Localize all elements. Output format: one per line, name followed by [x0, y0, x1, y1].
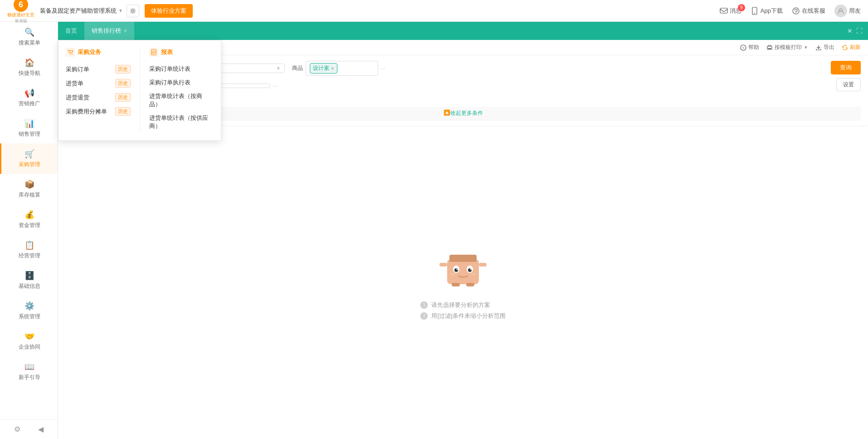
service-icon — [792, 7, 800, 15]
sidebar-item-capital[interactable]: 💰 资金管理 — [0, 204, 58, 235]
purchase-icon: 🛒 — [24, 149, 34, 159]
sidebar-label-quick: 快捷导航 — [19, 69, 40, 77]
svg-rect-10 — [768, 48, 771, 49]
tab-home-label: 首页 — [65, 27, 77, 35]
enterprise-icon: 🤝 — [24, 331, 34, 341]
collapse-text: 收起更多条件 — [450, 109, 483, 117]
sidebar-label-system: 系统管理 — [19, 313, 40, 321]
sidebar-footer: ⚙ ◀ — [0, 419, 58, 439]
dropdown-item-r0: 采购订单统计表 — [149, 65, 190, 73]
marketing-icon: 📢 — [24, 88, 34, 98]
dropdown-col2-title: 报表 — [149, 48, 214, 57]
sidebar-item-newbie[interactable]: 📖 新手引导 — [0, 356, 58, 387]
settings-icon-btn[interactable] — [127, 5, 139, 17]
sidebar-item-basic[interactable]: 🗄️ 基础信息 — [0, 265, 58, 296]
app-download-btn[interactable]: App下载 — [751, 7, 783, 15]
report-icon — [151, 49, 157, 55]
sidebar-label-marketing: 营销推广 — [19, 100, 40, 108]
goods-tag-close[interactable]: × — [331, 65, 334, 72]
refresh-btn[interactable]: 刷新 — [842, 44, 861, 51]
sidebar-item-sales[interactable]: 📊 销售管理 — [0, 113, 58, 143]
sidebar-label-operation: 经营管理 — [19, 252, 40, 260]
tab-sales-ranking[interactable]: 销售排行榜 × — [84, 22, 134, 40]
svg-text:?: ? — [742, 46, 745, 50]
empty-hint-2: 用[过滤]条件来缩小分析范围 — [431, 312, 505, 320]
goods-input[interactable]: 设计素 × — [306, 61, 378, 76]
dropdown-item-report-goods-by-product[interactable]: 进货单统计表（按商品） — [149, 89, 214, 111]
svg-point-25 — [70, 54, 71, 54]
export-icon — [815, 44, 822, 51]
dropdown-col-purchase: 采购业务 采购订单 历史 进货单 历史 进货退货 历史 采购费用分摊单 历史 — [66, 48, 131, 133]
empty-svg — [436, 246, 490, 291]
sidebar-label-purchase: 采购管理 — [19, 161, 40, 168]
goods-more[interactable]: ··· — [381, 65, 385, 72]
tab-close-window-icon[interactable]: ✕ — [847, 27, 853, 35]
sidebar-item-marketing[interactable]: 📢 营销推广 — [0, 83, 58, 113]
query-btn[interactable]: 查询 — [831, 61, 861, 74]
dropdown-col1-title: 采购业务 — [66, 48, 131, 57]
sidebar-item-inventory[interactable]: 📦 库存核算 — [0, 174, 58, 204]
dropdown-item-report-order-exec[interactable]: 采购订单执行表 — [149, 76, 214, 89]
sidebar-item-quick[interactable]: 🏠 快捷导航 — [0, 52, 58, 83]
hist-badge-2: 历史 — [115, 93, 131, 102]
sales-icon: 📊 — [24, 118, 34, 128]
dropdown-cols: 采购业务 采购订单 历史 进货单 历史 进货退货 历史 采购费用分摊单 历史 — [66, 48, 214, 133]
dropdown-col1-title-text: 采购业务 — [78, 48, 101, 56]
tab-fullscreen-icon[interactable]: ⛶ — [856, 27, 863, 35]
svg-point-0 — [132, 10, 134, 12]
dropdown-item-purchase-cost[interactable]: 采购费用分摊单 历史 — [66, 104, 131, 118]
dropdown-item-label-0: 采购订单 — [66, 65, 89, 74]
print-dropdown-icon[interactable]: ▼ — [804, 45, 808, 50]
sidebar-item-enterprise[interactable]: 🤝 企业协同 — [0, 326, 58, 356]
staff-more[interactable]: ··· — [273, 83, 278, 89]
help-btn[interactable]: ? 帮助 — [740, 44, 759, 51]
dropdown-item-purchase-order[interactable]: 采购订单 历史 — [66, 62, 131, 76]
system-title-dropdown[interactable]: 装备及固定资产辅助管理系统 ▼ — [40, 7, 123, 15]
home-icon: 🏠 — [24, 58, 34, 68]
refresh-label: 刷新 — [850, 44, 861, 51]
dropdown-item-label-1: 进货单 — [66, 79, 83, 88]
logo-area: 6 畅捷通好生意 标准版 — [7, 0, 34, 24]
user-avatar — [834, 5, 847, 17]
sidebar-item-operation[interactable]: 📋 经营管理 — [0, 235, 58, 265]
sidebar-label-newbie: 新手引导 — [19, 374, 40, 381]
export-label: 导出 — [824, 44, 834, 51]
help-label: 帮助 — [748, 44, 759, 51]
dropdown-item-goods-return[interactable]: 进货退货 历史 — [66, 90, 131, 104]
footer-settings-btn[interactable]: ⚙ — [14, 425, 20, 434]
svg-rect-12 — [449, 255, 477, 262]
online-service-label: 在线客服 — [802, 7, 825, 15]
svg-point-20 — [471, 273, 475, 276]
user-btn[interactable]: 用友 — [834, 5, 861, 17]
sidebar-label-inventory: 库存核算 — [19, 191, 40, 199]
sidebar-item-system[interactable]: ⚙️ 系统管理 — [0, 296, 58, 326]
sidebar-item-purchase[interactable]: 🛒 采购管理 — [0, 143, 58, 174]
collapse-icon: 🔼 — [444, 109, 450, 117]
online-service-btn[interactable]: 在线客服 — [792, 7, 825, 15]
newbie-icon: 📖 — [24, 362, 34, 372]
set-btn[interactable]: 设置 — [836, 78, 861, 91]
tab-close-icon[interactable]: × — [124, 28, 127, 34]
dropdown-item-report-goods-by-supplier[interactable]: 进货单统计表（按供应商） — [149, 111, 214, 133]
svg-point-17 — [457, 268, 458, 270]
app-download-label: App下载 — [761, 7, 783, 15]
empty-hints: 1 请先选择要分析的方案 2 用[过滤]条件来缩小分析范围 — [420, 301, 505, 320]
tab-sales-ranking-label: 销售排行榜 — [92, 27, 121, 35]
svg-rect-22 — [479, 263, 487, 266]
sidebar-label-capital: 资金管理 — [19, 222, 40, 229]
inventory-icon: 📦 — [24, 179, 34, 189]
dropdown-item-goods-in[interactable]: 进货单 历史 — [66, 76, 131, 90]
footer-collapse-btn[interactable]: ◀ — [38, 425, 44, 434]
export-btn[interactable]: 导出 — [815, 44, 834, 51]
tab-home[interactable]: 首页 — [58, 22, 84, 40]
goods-tag: 设计素 × — [310, 63, 337, 74]
logo-icon: 6 — [14, 0, 28, 12]
tab-right-icons: ✕ ⛶ — [847, 27, 868, 35]
sidebar-item-search[interactable]: 🔍 搜索菜单 — [0, 22, 58, 52]
message-btn[interactable]: 消息 9 — [720, 7, 741, 15]
trial-btn[interactable]: 体验行业方案 — [145, 4, 193, 18]
print-tpl-btn[interactable]: 按模板打印 ▼ — [766, 44, 808, 51]
dropdown-item-report-order-stat[interactable]: 采购订单统计表 — [149, 62, 214, 76]
refresh-icon — [842, 44, 848, 51]
svg-point-18 — [470, 268, 472, 270]
